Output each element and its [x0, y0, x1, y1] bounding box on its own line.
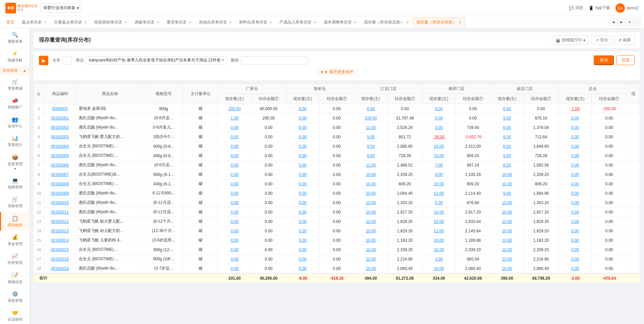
sidebar-item-quick-nav[interactable]: ⚡ 快捷导航	[0, 47, 29, 66]
color-select[interactable]	[241, 56, 308, 64]
nanan-qty: 10.00	[422, 217, 455, 226]
nanan-amt: 2,105.28	[455, 170, 490, 179]
settings-button[interactable]: 设置	[616, 55, 635, 65]
tab-product-inbound[interactable]: 产成品入库单历史 ✕	[276, 17, 320, 27]
settings-label: 设置	[622, 58, 630, 62]
sidebar-item-retail-stats[interactable]: 📊 零售统计	[0, 132, 29, 150]
nav-prev-button[interactable]: ◀	[610, 18, 617, 26]
tab-home[interactable]: 首页	[3, 17, 18, 27]
tab-assemble[interactable]: 组装拆卸单历史 ✕	[91, 17, 131, 27]
close-icon[interactable]: ✕	[406, 20, 409, 24]
nanan-amt: 2,917.20	[455, 207, 490, 217]
close-icon[interactable]: ✕	[459, 20, 461, 24]
tab-other-outbound[interactable]: 其他出库单历史 ✕	[195, 17, 235, 27]
current-cell	[627, 264, 640, 274]
product-unit: 罐	[183, 226, 218, 236]
sidebar-item-marketing[interactable]: 📣 营销推广	[0, 94, 29, 113]
sidebar-item-system[interactable]: ⚙️ 系统管理	[0, 287, 29, 306]
message-button[interactable]: 💬 消息	[569, 5, 583, 11]
refresh-button[interactable]: ↺ 刷新	[614, 36, 635, 45]
jiangbei-amt: 2,216.80	[387, 254, 422, 264]
nanan-qty: 10.00	[422, 179, 455, 189]
close-icon[interactable]: ✕	[354, 20, 357, 24]
export-button[interactable]: ↗ 导出	[592, 36, 612, 45]
logo-text: 畅捷通好生意	[17, 4, 38, 8]
store-selector[interactable]: 母婴行业演示陈套 ▾	[40, 3, 82, 12]
close-icon[interactable]: ✕	[189, 20, 192, 24]
close-icon[interactable]: ✕	[229, 20, 232, 24]
user-profile[interactable]: Ea demo2	[615, 3, 639, 13]
sidebar-item-wholesale[interactable]: 📦 批发管理 ▼	[0, 151, 29, 174]
product-spec: (0-6月适...	[144, 160, 183, 170]
nanan-qty: 0.00	[422, 113, 455, 123]
close-icon[interactable]: ✕	[44, 20, 47, 24]
product-code: 00100005	[44, 151, 76, 160]
sum-current	[627, 273, 640, 283]
tab-branch-count[interactable]: 分量盘点单历史 ✕	[50, 17, 91, 27]
total-qty: 0.00	[558, 226, 592, 236]
app-download-button[interactable]: 📱 App下载	[589, 5, 610, 11]
jiangbei-amt: 1,829.20	[387, 217, 422, 226]
product-name: 惠氏启陇 (Wyeth illu...	[76, 264, 144, 274]
sidebar-item-ecommerce[interactable]: 💻 电商管理	[0, 174, 29, 193]
tab-purchase-order[interactable]: 要货单历史 ✕	[163, 17, 195, 27]
row-num: 5	[34, 142, 44, 151]
sidebar-item-finance[interactable]: 💰 资金管理	[0, 231, 29, 249]
product-spec: 900g (3岁...	[144, 254, 183, 264]
close-icon[interactable]: ✕	[124, 20, 127, 24]
sidebar-item-retail-store[interactable]: 🛒 零售商城	[0, 75, 29, 94]
product-code: 00100014	[44, 236, 76, 245]
tab-transfer[interactable]: 调拨单历史 ✕	[131, 17, 163, 27]
sidebar-item-label: 基础信息	[8, 279, 22, 284]
tab-stock-distribution[interactable]: 现存量（库存分布表） ✕	[413, 17, 465, 27]
sidebar-item-purchase[interactable]: 🛒 采购管理	[0, 193, 29, 212]
tab-label: 要货单历史	[167, 19, 187, 25]
close-icon[interactable]: ✕	[157, 20, 159, 24]
total-qty: 0.00	[558, 170, 592, 179]
sidebar-item-corp-collab[interactable]: 🤝 企业协同	[0, 306, 29, 324]
warehouse-input[interactable]: ...	[62, 56, 72, 64]
product-spec: (6-12个月...	[144, 217, 183, 226]
settings-icon[interactable]: ⚙	[37, 91, 41, 97]
tab-stock-status[interactable]: 现存量（库存状况表） ✕	[360, 17, 413, 27]
nav-next-button[interactable]: ▶	[618, 18, 625, 26]
product-unit: 罐	[183, 236, 218, 245]
unit-col-header: 主计量单位	[183, 84, 218, 104]
sidebar-item-label: 批发管理	[8, 161, 22, 166]
close-icon[interactable]: ✕	[314, 20, 316, 24]
yubei-qty: 10.00	[490, 207, 524, 217]
jiangbei-qty: 10.00	[354, 170, 387, 179]
expand-conditions-button[interactable]: ▼▼ 展开更多条件	[317, 68, 357, 76]
sidebar-item-inventory-check[interactable]: 📋 库存核算	[0, 212, 29, 231]
product-spec: 1段(0-6个...	[144, 132, 183, 142]
refresh-icon: ↺	[618, 38, 622, 43]
tab-cost-adjust[interactable]: 成本调整单历史 ✕	[320, 17, 360, 27]
chencun-amt: 0.00	[319, 207, 354, 217]
close-icon[interactable]: ✕	[269, 20, 272, 24]
close-icon[interactable]: ✕	[84, 20, 87, 24]
print-button[interactable]: 🖨️ 按模版打印 ▾	[552, 36, 589, 45]
sidebar-item-operation[interactable]: 📈 经营管理	[0, 249, 29, 268]
sidebar-item-search[interactable]: 🔍 搜索英单	[0, 28, 29, 47]
computer-icon: 💻	[12, 177, 18, 184]
factory-amt: 0.00	[251, 245, 286, 254]
nav-close-all-button[interactable]: ✕	[626, 18, 633, 26]
tab-inventory-count[interactable]: 盘点单历史 ✕	[18, 17, 50, 27]
lightning-icon: ⚡	[12, 50, 18, 57]
sidebar-item-member-center[interactable]: 👥 会员中心	[0, 113, 29, 132]
total-qty: 0.00	[558, 254, 592, 264]
chencun-qty: 0.00	[286, 142, 319, 151]
query-button[interactable]: 查询	[594, 55, 614, 65]
product-input[interactable]	[86, 56, 227, 64]
filter-toggle-arrow[interactable]: ▶	[39, 56, 48, 65]
table-row: 12 00100011 惠氏启陇 (Wyeth illu... (6-12月适.…	[34, 207, 640, 217]
nav-expand-button[interactable]: ⛶	[634, 18, 641, 26]
chencun-qty: 0.00	[286, 245, 319, 254]
sidebar-item-label: 库存核算	[8, 223, 22, 227]
sidebar-item-retail-mgmt[interactable]: 零售管理 ▲	[0, 66, 29, 75]
tab-material-outbound[interactable]: 材料出库单历史 ✕	[235, 17, 276, 27]
yubei-qty: 10.00	[490, 226, 524, 236]
yubei-qty: 8.00	[490, 132, 524, 142]
sidebar-item-base-info[interactable]: 📝 基础信息	[0, 269, 29, 287]
factory-amt: 0.00	[251, 264, 286, 274]
